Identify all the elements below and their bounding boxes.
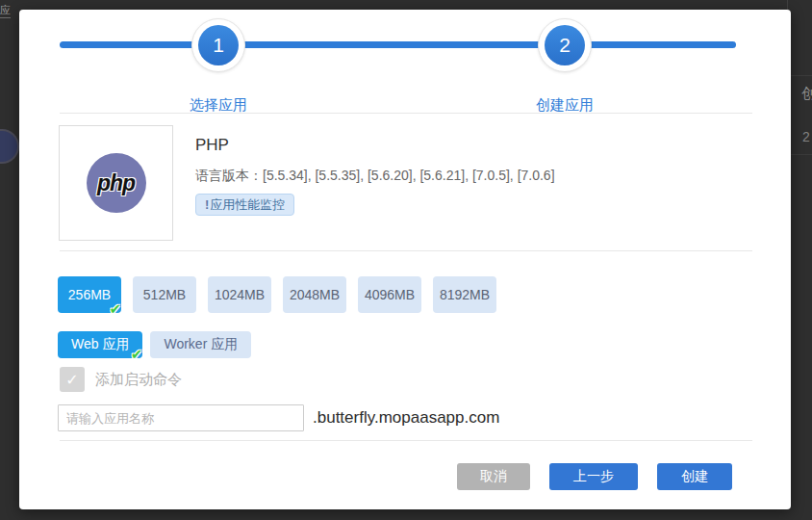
app-name-row: .butterfly.mopaasapp.com	[58, 404, 499, 431]
background-logo-fragment	[0, 129, 19, 164]
app-logo-card: php	[59, 125, 173, 241]
memory-option-2048mb[interactable]: 2048MB	[283, 276, 346, 313]
memory-options-row: 256MB ✔ 512MB 1024MB 2048MB 4096MB 8192M…	[58, 276, 496, 313]
startup-command-label: 添加启动命令	[95, 371, 182, 389]
divider	[60, 250, 752, 251]
memory-option-4096mb[interactable]: 4096MB	[358, 276, 421, 313]
step-2-circle[interactable]: 2	[538, 18, 592, 72]
create-button[interactable]: 创建	[657, 463, 732, 490]
memory-option-1024mb[interactable]: 1024MB	[208, 276, 271, 313]
apm-badge-label: 应用性能监控	[210, 196, 285, 214]
app-type-option-label: Web 应用	[71, 336, 129, 351]
startup-command-row: ✓ 添加启动命令	[60, 367, 182, 392]
app-type-options-row: Web 应用 ✔ Worker 应用	[58, 331, 251, 358]
memory-option-label: 4096MB	[365, 287, 415, 302]
footer-buttons: 取消 上一步 创建	[457, 463, 732, 490]
memory-option-label: 8192MB	[440, 287, 490, 302]
memory-option-256mb[interactable]: 256MB ✔	[58, 276, 121, 313]
memory-option-label: 256MB	[68, 287, 111, 302]
selected-check-icon: ✔	[109, 300, 121, 318]
app-type-option-web[interactable]: Web 应用 ✔	[58, 331, 142, 358]
divider	[60, 113, 752, 114]
domain-suffix-text: .butterfly.mopaasapp.com	[313, 408, 499, 428]
step-2-number: 2	[545, 25, 585, 65]
divider	[60, 440, 752, 441]
apm-badge-bang-icon: !	[205, 197, 209, 212]
background-text-fragment: 创	[801, 85, 812, 103]
app-name-input[interactable]	[58, 404, 304, 431]
stepper-progress-bar	[60, 41, 736, 48]
app-type-option-label: Worker 应用	[164, 336, 238, 351]
cancel-button[interactable]: 取消	[457, 463, 530, 490]
memory-option-8192mb[interactable]: 8192MB	[433, 276, 496, 313]
checkbox-check-icon: ✓	[65, 371, 78, 389]
previous-step-button[interactable]: 上一步	[549, 463, 638, 490]
memory-option-label: 2048MB	[290, 287, 340, 302]
memory-option-label: 1024MB	[215, 287, 265, 302]
app-type-option-worker[interactable]: Worker 应用	[150, 331, 251, 358]
startup-command-checkbox[interactable]: ✓	[60, 367, 85, 392]
memory-option-512mb[interactable]: 512MB	[133, 276, 196, 313]
background-text-fragment: 应	[0, 4, 11, 18]
memory-option-label: 512MB	[143, 287, 186, 302]
app-name: PHP	[195, 136, 229, 155]
apm-badge[interactable]: ! 应用性能监控	[195, 194, 294, 216]
background-text-fragment: 2	[802, 129, 810, 144]
php-logo-icon: php	[87, 153, 146, 213]
selected-check-icon: ✔	[131, 346, 143, 363]
create-app-modal: 1 2 选择应用 创建应用 php PHP 语言版本：[5.5.34], [5.…	[19, 10, 791, 509]
step-1-circle[interactable]: 1	[191, 18, 245, 72]
app-versions-text: 语言版本：[5.5.34], [5.5.35], [5.6.20], [5.6.…	[195, 168, 555, 185]
step-1-number: 1	[198, 25, 239, 65]
